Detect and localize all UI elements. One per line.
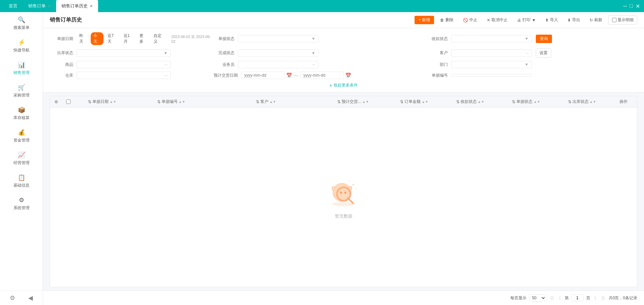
department-arrow: ▼ xyxy=(525,62,529,67)
import-label: 导入 xyxy=(550,17,558,23)
salesperson-select[interactable]: ··· xyxy=(238,61,318,68)
cancel-stop-label: 取消中止 xyxy=(491,17,508,23)
sort-icon-status[interactable]: ⇅ xyxy=(512,100,515,104)
cancel-stop-icon: ✕ xyxy=(487,18,490,23)
collapse-row[interactable]: ∧ 收起更多条件 xyxy=(50,82,637,88)
cancel-stop-button[interactable]: ✕ 取消中止 xyxy=(483,16,511,24)
department-select[interactable]: ▼ xyxy=(451,61,532,68)
print-button[interactable]: 🖨 打印 ▼ xyxy=(514,16,539,24)
sidebar-item-operations[interactable]: 📈 经营管理 xyxy=(0,147,43,170)
payment-status-select[interactable]: ▼ xyxy=(451,35,532,42)
sort-icon-stock[interactable]: ⇅ xyxy=(568,100,571,104)
order-status-select[interactable]: ▼ xyxy=(238,35,318,42)
stock-status-select[interactable]: ▼ xyxy=(77,49,171,57)
query-button[interactable]: 查询 xyxy=(536,35,552,43)
table-settings-icon[interactable]: ⚙ xyxy=(54,100,58,104)
tab-home[interactable]: 首页 xyxy=(3,0,23,12)
customer-label: 客户 xyxy=(424,50,451,56)
date-btn-1month[interactable]: 近1月 xyxy=(121,32,136,45)
select-all-checkbox[interactable] xyxy=(66,100,71,104)
product-select[interactable]: ··· xyxy=(77,61,171,68)
stock-status-arrow: ▼ xyxy=(164,51,168,55)
th-settings: ⚙ xyxy=(50,100,62,104)
print-label: 打印 xyxy=(522,17,530,23)
date-btn-more[interactable]: 更多 xyxy=(137,32,149,45)
display-detail-button[interactable]: 显示明细 xyxy=(608,15,637,25)
finance-icon: 💰 xyxy=(18,129,25,136)
pagination: 每页显示 50 10 20 100 ⟨⟨ ⟨ 第 页 ⟩ ⟩⟩ 共0页，0条记录 xyxy=(43,291,644,305)
date-btn-yesterday[interactable]: 昨天 xyxy=(77,32,89,45)
sort-arrow-date: ▲▼ xyxy=(110,100,116,104)
calendar-end-icon[interactable]: 📅 xyxy=(345,73,351,78)
page-title: 销售订单历史 xyxy=(50,16,82,24)
maximize-icon[interactable]: □ xyxy=(630,3,633,9)
sort-icon-payment[interactable]: ⇅ xyxy=(456,100,460,104)
add-button[interactable]: + 新增 xyxy=(415,16,434,24)
sort-icon-order[interactable]: ⇅ xyxy=(157,100,161,104)
content-area: 销售订单历史 + 新增 🗑 删除 🚫 中止 ✕ 取消中止 🖨 打印 xyxy=(43,12,644,305)
sidebar-item-basic-info-label: 基础信息 xyxy=(13,183,30,188)
tab-sales-order-history-close[interactable]: ✕ xyxy=(90,4,93,8)
tab-home-label: 首页 xyxy=(9,3,17,9)
export-button[interactable]: ⬇ 导出 xyxy=(564,16,584,24)
sidebar-item-basic-info[interactable]: 📋 基础信息 xyxy=(0,170,43,192)
sidebar-item-inventory[interactable]: 📦 库存核算 xyxy=(0,102,43,125)
calendar-start-icon[interactable]: 📅 xyxy=(286,73,292,78)
empty-state: ✦ ✦ ✦ 暂无数据 xyxy=(50,108,637,287)
content-header: 销售订单历史 + 新增 🗑 删除 🚫 中止 ✕ 取消中止 🖨 打印 xyxy=(43,12,644,28)
sidebar-collapse-icon[interactable]: ◀ xyxy=(28,294,33,302)
page-number-input[interactable] xyxy=(571,295,584,301)
sort-arrow-delivery: ▲▼ xyxy=(362,100,369,104)
display-detail-checkbox[interactable] xyxy=(612,18,616,22)
tab-sales-order-history[interactable]: 销售订单历史 ✕ xyxy=(56,0,98,12)
quicknav-icon: ⚡ xyxy=(18,39,25,46)
date-btn-today[interactable]: 今天 xyxy=(91,32,103,45)
delete-button[interactable]: 🗑 删除 xyxy=(437,16,457,24)
sidebar-item-finance[interactable]: 💰 资金管理 xyxy=(0,125,43,147)
next-page-button[interactable]: ⟩ xyxy=(593,295,597,301)
stop-button[interactable]: 🚫 中止 xyxy=(460,16,481,24)
date-btn-custom[interactable]: 自定义 xyxy=(151,32,167,45)
table-header: ⚙ ⇅ 单据日期 ▲▼ ⇅ 单据编号 ▲▼ ⇅ 客户 xyxy=(50,96,637,108)
sort-icon-amount[interactable]: ⇅ xyxy=(400,100,403,104)
sidebar-item-system[interactable]: ⚙ 系统管理 xyxy=(0,192,43,215)
th-delivery: ⇅ 预计交货... ▲▼ xyxy=(320,99,386,105)
complete-status-select[interactable]: ▼ xyxy=(238,49,318,57)
customer-select[interactable]: ··· xyxy=(451,49,532,57)
sort-icon-delivery[interactable]: ⇅ xyxy=(337,100,341,104)
total-text: 共0页，0条记录 xyxy=(609,295,637,301)
sidebar-item-sales[interactable]: 📊 销售管理 xyxy=(0,57,43,80)
tab-sales-order[interactable]: 销售订单 ✕ xyxy=(23,0,56,12)
refresh-button[interactable]: ↻ 刷新 xyxy=(586,16,606,24)
th-amount-label: 订单金额 xyxy=(404,99,421,105)
sidebar-item-purchase[interactable]: 🛒 采购管理 xyxy=(0,80,43,102)
close-window-icon[interactable]: ✕ xyxy=(636,3,640,9)
salesperson-label: 业务员 xyxy=(211,62,238,68)
order-no-label: 单据编号 xyxy=(424,73,451,78)
prev-page-button[interactable]: ⟨ xyxy=(558,295,562,301)
per-page-select[interactable]: 50 10 20 100 xyxy=(529,294,546,302)
import-button[interactable]: ⬆ 导入 xyxy=(542,16,561,24)
tab-sales-order-close[interactable]: ✕ xyxy=(48,4,51,8)
th-stock: ⇅ 出库状态 ▲▼ xyxy=(554,99,610,105)
settings-button[interactable]: 设置 xyxy=(536,48,551,58)
date-btn-7days[interactable]: 近7天 xyxy=(105,32,120,45)
inventory-icon: 📦 xyxy=(18,106,25,114)
sidebar-item-quicknav[interactable]: ⚡ 快捷导航 xyxy=(0,35,43,57)
th-status: ⇅ 单据状态 ▲▼ xyxy=(498,99,554,105)
delete-label: 删除 xyxy=(445,17,454,23)
warehouse-select[interactable]: ··· xyxy=(77,72,171,79)
sidebar-item-search[interactable]: 🔍 搜索菜单 xyxy=(0,12,43,35)
delivery-date-end[interactable] xyxy=(300,72,344,79)
print-icon: 🖨 xyxy=(517,18,521,23)
last-page-button[interactable]: ⟩⟩ xyxy=(600,295,606,301)
filter-row-3: 商品 ··· 业务员 ··· 部门 xyxy=(50,61,637,68)
sort-icon-customer[interactable]: ⇅ xyxy=(256,100,259,104)
minimize-icon[interactable]: ─ xyxy=(623,3,627,9)
sort-icon-date[interactable]: ⇅ xyxy=(88,100,91,104)
stop-label: 中止 xyxy=(469,17,477,23)
delivery-date-start[interactable] xyxy=(241,72,285,79)
sidebar-settings-icon[interactable]: ⚙ xyxy=(10,294,15,302)
order-no-input[interactable] xyxy=(451,74,532,77)
first-page-button[interactable]: ⟨⟨ xyxy=(549,295,555,301)
